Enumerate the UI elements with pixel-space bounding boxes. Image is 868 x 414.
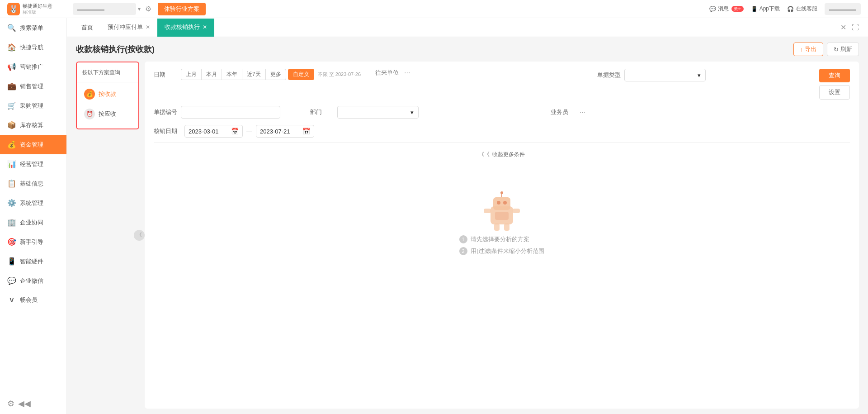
dept-select-arrow: ▾: [410, 109, 414, 116]
collapse-icon: 《《: [479, 151, 490, 158]
action-buttons: 查询 设置: [819, 69, 850, 100]
tab-collection-close[interactable]: ✕: [203, 24, 207, 30]
company-name[interactable]: ▬▬▬▬▬: [73, 3, 136, 15]
tab-prepay-close[interactable]: ✕: [146, 24, 150, 30]
sidebar-item-basic-info[interactable]: 📋 基础信息: [0, 174, 66, 193]
sidebar-item-management[interactable]: 📊 经营管理: [0, 154, 66, 174]
close-tab-icon[interactable]: ✕: [839, 21, 848, 33]
finance-icon: 💰: [7, 140, 16, 149]
inventory-icon: 📦: [7, 121, 16, 129]
doc-no-label: 单据编号: [154, 108, 177, 116]
sidebar-item-system[interactable]: ⚙️ 系统管理: [0, 193, 66, 213]
logo-text: 畅捷通好生意 标准版: [23, 3, 52, 15]
svg-rect-7: [513, 209, 520, 213]
sidebar-item-marketing[interactable]: 📢 营销推广: [0, 57, 66, 76]
refresh-button[interactable]: ↻ 刷新: [827, 43, 859, 56]
dept-label: 部门: [310, 108, 334, 116]
doc-type-select[interactable]: ▾: [624, 69, 706, 81]
filter-panel-wrapper: 按以下方案查询 💰 按收款 ⏰ 按应收 《: [76, 62, 139, 409]
query-area: 日期 上月 本月 本年 近7天 更多 自定义 不限 至 2023-07-26 往…: [145, 62, 859, 409]
page-title: 收款核销执行(按收款): [76, 44, 155, 55]
dept-select[interactable]: ▾: [337, 106, 419, 119]
filter-by-receivable[interactable]: ⏰ 按应收: [77, 104, 138, 124]
verify-end-input[interactable]: [260, 128, 301, 135]
empty-state: 1 请先选择要分析的方案 2 用[过滤]条件来缩小分析范围: [154, 188, 850, 257]
page-header: 收款核销执行(按收款) ↑ 导出 ↻ 刷新: [67, 37, 868, 56]
wechat-icon: 💬: [7, 276, 16, 285]
sidebar-item-search[interactable]: 🔍 搜索菜单: [0, 18, 66, 38]
member-icon: V: [7, 296, 16, 304]
settings-icon[interactable]: ⚙: [145, 5, 151, 13]
chart-icon: 📊: [7, 160, 16, 168]
filter-by-collection[interactable]: 💰 按收款: [77, 84, 138, 104]
panel-collapse-button[interactable]: 《: [134, 230, 145, 241]
tab-collection[interactable]: 收款核销执行 ✕: [157, 19, 214, 37]
empty-illustration: [477, 188, 527, 233]
user-avatar[interactable]: ▬▬▬▬▬: [825, 3, 861, 15]
tab-bar: 首页 预付冲应付单 ✕ 收款核销执行 ✕ ✕ ⛶: [67, 18, 868, 37]
date-separator: —: [246, 128, 252, 135]
tip-number-1: 1: [459, 235, 467, 243]
customer-service-item[interactable]: 🎧 在线客服: [787, 5, 817, 13]
industry-button[interactable]: 体验行业方案: [158, 3, 206, 15]
tab-prepay[interactable]: 预付冲应付单 ✕: [100, 19, 157, 37]
filter-panel-title: 按以下方案查询: [77, 67, 138, 80]
message-item[interactable]: 💬 消息 99+: [709, 5, 744, 13]
mobile-icon: 📱: [751, 6, 758, 12]
sales-icon: 💼: [7, 82, 16, 90]
app-download-item[interactable]: 📱 App下载: [751, 5, 780, 13]
query-button[interactable]: 查询: [819, 69, 850, 82]
collapse-sidebar-icon[interactable]: ◀◀: [18, 399, 31, 409]
start-cal-icon[interactable]: 📅: [231, 128, 239, 135]
svg-rect-8: [494, 224, 500, 231]
sidebar-item-hardware[interactable]: 📱 智能硬件: [0, 252, 66, 271]
empty-tips: 1 请先选择要分析的方案 2 用[过滤]条件来缩小分析范围: [459, 233, 545, 257]
sidebar-item-inventory[interactable]: 📦 库存核算: [0, 115, 66, 135]
date-btn-last-month[interactable]: 上月: [181, 69, 201, 80]
sidebar-item-sales[interactable]: 💼 销售管理: [0, 76, 66, 96]
sidebar-item-newbie[interactable]: 🎯 新手引导: [0, 232, 66, 252]
end-cal-icon[interactable]: 📅: [302, 128, 310, 135]
verify-end-date[interactable]: 📅: [256, 125, 314, 138]
date-btn-7days[interactable]: 近7天: [242, 69, 265, 80]
sidebar-bottom: ⚙ ◀◀: [0, 393, 66, 414]
verify-start-date[interactable]: 📅: [184, 125, 243, 138]
receivable-icon: ⏰: [84, 109, 95, 119]
salesperson-dots[interactable]: ···: [578, 108, 587, 116]
collab-icon: 🏢: [7, 218, 16, 227]
info-icon: 📋: [7, 179, 16, 188]
export-button[interactable]: ↑ 导出: [793, 43, 824, 56]
sidebar-item-member[interactable]: V 畅会员: [0, 290, 66, 309]
collapse-more-button[interactable]: 《《 收起更多条件: [479, 148, 525, 161]
hardware-icon: 📱: [7, 257, 16, 266]
expand-tab-icon[interactable]: ⛶: [850, 22, 861, 33]
date-btn-this-year[interactable]: 本年: [222, 69, 242, 80]
settings-button[interactable]: 设置: [819, 85, 850, 100]
date-btn-this-month[interactable]: 本月: [201, 69, 222, 80]
tab-home[interactable]: 首页: [74, 19, 100, 36]
message-icon: 💬: [709, 6, 716, 12]
content-body: 按以下方案查询 💰 按收款 ⏰ 按应收 《 日期 上月: [67, 56, 868, 414]
svg-rect-1: [493, 197, 510, 210]
main-content: 首页 预付冲应付单 ✕ 收款核销执行 ✕ ✕ ⛶ 收款核销执行(按收款) ↑ 导…: [67, 18, 868, 414]
doc-no-input[interactable]: [181, 106, 280, 119]
tab-controls: ✕ ⛶: [839, 21, 861, 33]
partner-dots[interactable]: ···: [402, 69, 412, 77]
marketing-icon: 📢: [7, 62, 16, 71]
svg-rect-9: [504, 224, 509, 231]
sidebar-item-wechat[interactable]: 💬 企业微信: [0, 271, 66, 290]
date-btn-custom[interactable]: 自定义: [288, 69, 314, 80]
chevron-down-icon[interactable]: ▾: [138, 6, 141, 12]
sidebar-item-nav[interactable]: 🏠 快捷导航: [0, 38, 66, 57]
refresh-icon: ↻: [834, 46, 839, 53]
date-range-text: 不限 至 2023-07-26: [318, 71, 361, 78]
sidebar-item-purchase[interactable]: 🛒 采购管理: [0, 96, 66, 115]
date-label: 日期: [154, 71, 177, 79]
sidebar-item-collab[interactable]: 🏢 企业协同: [0, 213, 66, 232]
verify-start-input[interactable]: [189, 128, 229, 135]
date-btn-more[interactable]: 更多: [265, 69, 286, 80]
gear-bottom-icon[interactable]: ⚙: [7, 399, 14, 409]
sidebar-item-finance[interactable]: 💰 资金管理: [0, 135, 66, 154]
collection-icon: 💰: [84, 89, 95, 100]
system-icon: ⚙️: [7, 199, 16, 207]
